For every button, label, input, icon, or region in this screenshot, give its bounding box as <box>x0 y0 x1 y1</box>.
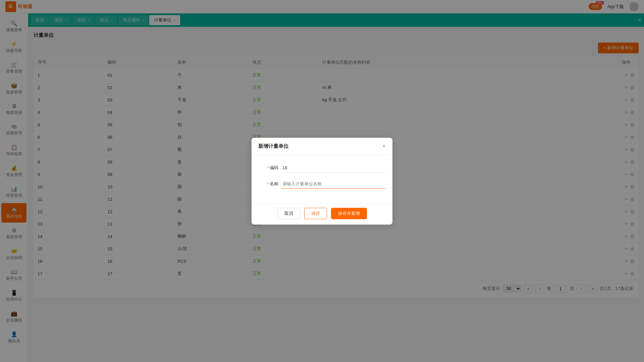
required-marker: * <box>267 165 269 170</box>
modal-close-button[interactable]: × <box>382 143 386 149</box>
modal-footer: 取消 保存 保存并新增 <box>252 203 392 225</box>
save-button[interactable]: 保存 <box>304 208 327 219</box>
form-item-code: *编码 <box>258 163 386 173</box>
code-input[interactable] <box>281 163 386 173</box>
name-input[interactable] <box>281 179 386 189</box>
form-item-name: *名称 <box>258 179 386 189</box>
code-label: *编码 <box>258 165 278 171</box>
cancel-button[interactable]: 取消 <box>277 208 300 219</box>
modal-overlay: 新增计量单位 × *编码 *名称 取消 保存 保存并新增 <box>0 0 644 362</box>
save-and-new-button[interactable]: 保存并新增 <box>331 208 367 219</box>
required-marker: * <box>267 181 269 186</box>
add-unit-modal: 新增计量单位 × *编码 *名称 取消 保存 保存并新增 <box>252 138 392 225</box>
name-label: *名称 <box>258 181 278 187</box>
modal-header: 新增计量单位 × <box>252 138 392 155</box>
modal-body: *编码 *名称 <box>252 155 392 203</box>
modal-title: 新增计量单位 <box>258 143 288 149</box>
